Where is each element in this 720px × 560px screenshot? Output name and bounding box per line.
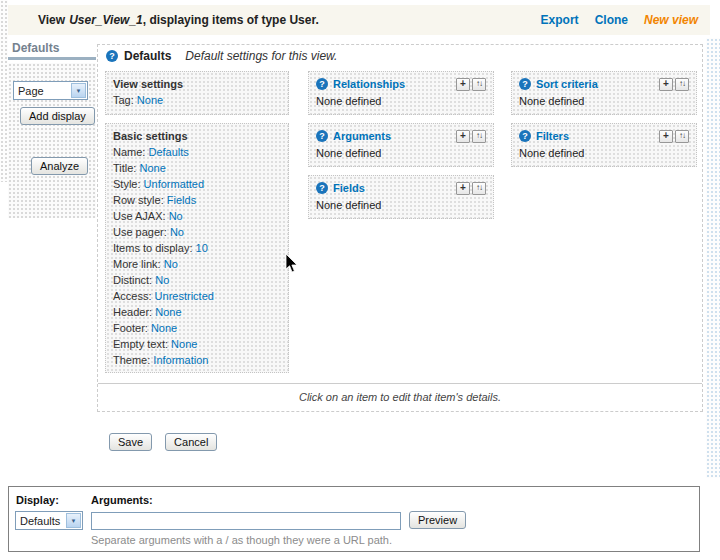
live-preview-panel: Display: Arguments: Defaults ▼ Preview S… bbox=[8, 486, 700, 552]
add-icon[interactable]: + bbox=[456, 78, 470, 91]
preview-display-value: Defaults bbox=[20, 515, 60, 527]
setting-row-distinct: Distinct: No bbox=[113, 272, 281, 288]
setting-row-style: Style: Unformatted bbox=[113, 176, 281, 192]
view-summary-text: ViewUser_View_1, displaying items of typ… bbox=[38, 13, 319, 27]
rearrange-icon[interactable]: ↑↓ bbox=[472, 130, 486, 143]
basic-settings-box: Basic settings Name: Defaults Title: Non… bbox=[105, 123, 289, 373]
add-display-button[interactable]: Add display bbox=[20, 107, 95, 125]
rearrange-icon[interactable]: ↑↓ bbox=[675, 130, 689, 143]
setting-row-items-to-display: Items to display: 10 bbox=[113, 240, 281, 256]
add-display-type-select[interactable]: Page ▼ bbox=[13, 81, 88, 100]
export-link[interactable]: Export bbox=[541, 13, 579, 27]
display-overview-panel: ? Defaults Default settings for this vie… bbox=[97, 44, 703, 412]
preview-arguments-label: Arguments: bbox=[91, 494, 153, 506]
add-icon[interactable]: + bbox=[456, 130, 470, 143]
relationships-title-link[interactable]: Relationships bbox=[333, 78, 405, 90]
fields-title-link[interactable]: Fields bbox=[333, 182, 365, 194]
new-view-link[interactable]: New view bbox=[644, 13, 698, 27]
distinct-value-link[interactable]: No bbox=[155, 274, 169, 286]
chevron-down-icon: ▼ bbox=[71, 83, 86, 98]
help-icon[interactable]: ? bbox=[519, 130, 531, 142]
save-button[interactable]: Save bbox=[109, 433, 152, 451]
setting-row-name: Name: Defaults bbox=[113, 144, 281, 160]
display-title: Defaults bbox=[124, 49, 171, 63]
rearrange-icon[interactable]: ↑↓ bbox=[472, 182, 486, 195]
cancel-button[interactable]: Cancel bbox=[165, 433, 217, 451]
more-link-value-link[interactable]: No bbox=[164, 258, 178, 270]
setting-row-more-link: More link: No bbox=[113, 256, 281, 272]
tab-defaults[interactable]: Defaults bbox=[8, 38, 96, 60]
overview-hint: Click on an item to edit that item's det… bbox=[98, 383, 702, 411]
arguments-box: ? Arguments + ↑↓ None defined bbox=[308, 123, 494, 167]
views-ui-page: ViewUser_View_1, displaying items of typ… bbox=[0, 0, 720, 560]
page-edge-texture-right bbox=[706, 38, 720, 478]
add-display-type-value: Page bbox=[18, 85, 44, 97]
footer-value-link[interactable]: None bbox=[151, 322, 177, 334]
preview-arguments-input[interactable] bbox=[91, 512, 401, 530]
view-settings-title: View settings bbox=[113, 76, 281, 92]
setting-row-access: Access: Unrestricted bbox=[113, 288, 281, 304]
arguments-empty: None defined bbox=[316, 147, 486, 159]
row-style-value-link[interactable]: Fields bbox=[167, 194, 196, 206]
setting-row-tag: Tag: None bbox=[113, 92, 281, 108]
relationships-empty: None defined bbox=[316, 95, 486, 107]
fields-empty: None defined bbox=[316, 199, 486, 211]
items-to-display-value-link[interactable]: 10 bbox=[196, 242, 208, 254]
setting-row-header: Header: None bbox=[113, 304, 281, 320]
setting-row-footer: Footer: None bbox=[113, 320, 281, 336]
add-icon[interactable]: + bbox=[456, 182, 470, 195]
preview-arguments-help: Separate arguments with a / as though th… bbox=[91, 534, 392, 546]
sort-criteria-box: ? Sort criteria + ↑↓ None defined bbox=[511, 71, 697, 115]
title-value-link[interactable]: None bbox=[140, 162, 166, 174]
preview-display-select[interactable]: Defaults ▼ bbox=[15, 511, 83, 530]
arguments-title-link[interactable]: Arguments bbox=[333, 130, 391, 142]
display-sidebar: Page ▼ Add display Analyze bbox=[8, 63, 96, 218]
chevron-down-icon: ▼ bbox=[66, 513, 81, 528]
view-title-prefix: View bbox=[38, 13, 65, 27]
help-icon[interactable]: ? bbox=[316, 182, 328, 194]
style-value-link[interactable]: Unformatted bbox=[144, 178, 205, 190]
relationships-box: ? Relationships + ↑↓ None defined bbox=[308, 71, 494, 115]
view-name: User_View_1 bbox=[69, 13, 143, 27]
help-icon[interactable]: ? bbox=[316, 78, 328, 90]
preview-button[interactable]: Preview bbox=[409, 511, 466, 529]
setting-row-row-style: Row style: Fields bbox=[113, 192, 281, 208]
access-value-link[interactable]: Unrestricted bbox=[155, 290, 214, 302]
help-icon[interactable]: ? bbox=[519, 78, 531, 90]
view-title-suffix: , displaying items of type User. bbox=[143, 13, 319, 27]
preview-display-label: Display: bbox=[16, 494, 59, 506]
fields-box: ? Fields + ↑↓ None defined bbox=[308, 175, 494, 219]
view-action-links: Export Clone New view bbox=[541, 13, 698, 27]
setting-row-use-pager: Use pager: No bbox=[113, 224, 281, 240]
setting-row-title: Title: None bbox=[113, 160, 281, 176]
setting-row-theme: Theme: Information bbox=[113, 352, 281, 368]
view-summary-bar: ViewUser_View_1, displaying items of typ… bbox=[8, 5, 710, 35]
filters-title-link[interactable]: Filters bbox=[536, 130, 569, 142]
filters-box: ? Filters + ↑↓ None defined bbox=[511, 123, 697, 167]
sort-criteria-empty: None defined bbox=[519, 95, 689, 107]
add-icon[interactable]: + bbox=[659, 78, 673, 91]
tab-defaults-label: Defaults bbox=[12, 41, 59, 55]
sort-criteria-title-link[interactable]: Sort criteria bbox=[536, 78, 598, 90]
clone-link[interactable]: Clone bbox=[595, 13, 628, 27]
view-settings-box: View settings Tag: None bbox=[105, 71, 289, 115]
display-header: ? Defaults Default settings for this vie… bbox=[106, 49, 337, 63]
form-actions: Save Cancel bbox=[109, 433, 217, 451]
theme-value-link[interactable]: Information bbox=[153, 354, 208, 366]
name-value-link[interactable]: Defaults bbox=[148, 146, 188, 158]
page-edge-texture-left bbox=[0, 0, 8, 182]
help-icon[interactable]: ? bbox=[316, 130, 328, 142]
empty-text-value-link[interactable]: None bbox=[171, 338, 197, 350]
rearrange-icon[interactable]: ↑↓ bbox=[472, 78, 486, 91]
rearrange-icon[interactable]: ↑↓ bbox=[675, 78, 689, 91]
use-ajax-value-link[interactable]: No bbox=[169, 210, 183, 222]
add-icon[interactable]: + bbox=[659, 130, 673, 143]
display-subtitle: Default settings for this view. bbox=[185, 49, 337, 63]
tag-value-link[interactable]: None bbox=[137, 94, 163, 106]
analyze-button[interactable]: Analyze bbox=[31, 157, 88, 175]
use-pager-value-link[interactable]: No bbox=[170, 226, 184, 238]
help-icon[interactable]: ? bbox=[106, 50, 118, 62]
basic-settings-title: Basic settings bbox=[113, 128, 281, 144]
header-value-link[interactable]: None bbox=[155, 306, 181, 318]
setting-row-use-ajax: Use AJAX: No bbox=[113, 208, 281, 224]
